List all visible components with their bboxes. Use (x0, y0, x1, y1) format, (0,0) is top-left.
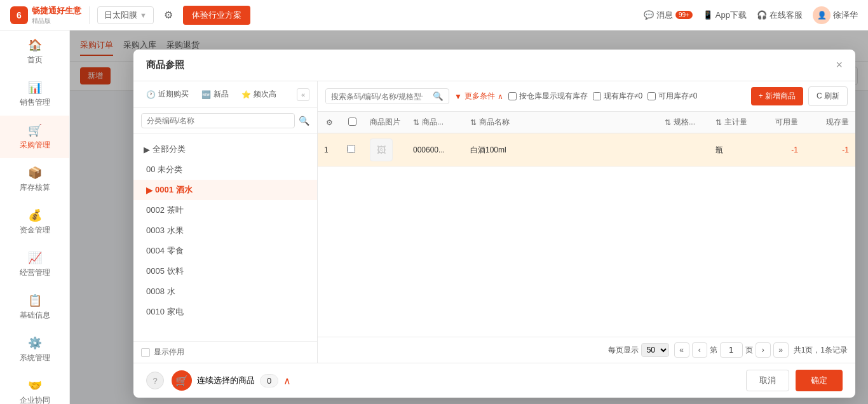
app-download-item[interactable]: 📱 App下载 (703, 10, 747, 21)
by-warehouse-label[interactable]: 按仓库显示现有库存 (508, 91, 588, 102)
nav-right: 💬 消息 99+ 📱 App下载 🎧 在线客服 👤 徐泽华 (644, 6, 858, 24)
sidebar-item-purchase[interactable]: 🛒 采购管理 (0, 116, 69, 158)
show-disabled-label[interactable]: 显示停用 (141, 347, 309, 358)
system-icon: ⚙️ (28, 336, 42, 350)
th-settings[interactable]: ⚙ (318, 112, 341, 133)
table-row[interactable]: 1 🖼 000600... 白酒100ml (318, 133, 855, 167)
recent-purchase-tab[interactable]: 🕐 近期购买 (141, 86, 194, 102)
filter-icon: ▼ (454, 92, 462, 101)
available-neq0-checkbox[interactable] (648, 92, 656, 100)
nav-selector[interactable]: 日太阳膜 ▼ (97, 6, 154, 24)
th-stock: 现存量 (804, 112, 855, 133)
prev-page-button[interactable]: ‹ (692, 342, 707, 358)
th-image: 商品图片 (363, 112, 407, 133)
next-page-button[interactable]: › (756, 342, 771, 358)
sidebar-item-finance[interactable]: 💰 资金管理 (0, 201, 69, 243)
cell-spec (658, 133, 709, 167)
th-unit[interactable]: ⇅ 主计量 (709, 112, 754, 133)
main-layout: 🏠 首页 📊 销售管理 🛒 采购管理 📦 库存核算 💰 资金管理 📈 经营管理 … (0, 30, 868, 404)
refresh-button[interactable]: C 刷新 (808, 86, 848, 106)
user-item[interactable]: 👤 徐泽华 (813, 6, 858, 24)
category-search-input[interactable] (141, 113, 295, 128)
th-available: 可用量 (754, 112, 804, 133)
sort-icon-spec: ⇅ (665, 118, 671, 127)
category-appliances[interactable]: 0010 家电 (133, 302, 317, 322)
cell-code: 000600... (407, 133, 464, 167)
enterprise-icon: 🤝 (28, 379, 42, 393)
category-alcohol[interactable]: ▶ 0001 酒水 (133, 180, 317, 200)
th-name[interactable]: ⇅ 商品名称 (464, 112, 658, 133)
recent-icon: 🕐 (146, 90, 156, 99)
experience-button[interactable]: 体验行业方案 (183, 6, 250, 25)
pagination: 每页显示 50 « ‹ 第 1 页 › » (318, 337, 855, 363)
category-all[interactable]: ▶ 全部分类 (133, 139, 317, 159)
category-drinks[interactable]: 0005 饮料 (133, 261, 317, 281)
purchase-icon: 🛒 (28, 123, 42, 137)
sidebar-item-enterprise[interactable]: 🤝 企业协同 (0, 371, 69, 404)
stock-neq0-label[interactable]: 现有库存≠0 (593, 91, 642, 102)
cell-stock: -1 (804, 133, 855, 167)
category-uncategorized[interactable]: 00 未分类 (133, 159, 317, 180)
category-tea[interactable]: 0002 茶叶 (133, 200, 317, 220)
cell-unit: 瓶 (709, 133, 754, 167)
frequent-tab[interactable]: ⭐ 频次高 (236, 86, 281, 102)
left-panel-tabs: 🕐 近期购买 🆕 新品 ⭐ 频次高 « (133, 81, 317, 108)
cell-checkbox[interactable] (341, 133, 363, 167)
available-neq0-label[interactable]: 可用库存≠0 (648, 91, 697, 102)
category-snacks[interactable]: 0004 零食 (133, 241, 317, 261)
by-warehouse-checkbox[interactable] (508, 92, 517, 100)
finance-icon: 💰 (28, 208, 42, 222)
headset-icon: 🎧 (757, 10, 767, 20)
expand-alcohol-arrow: ▶ (146, 185, 153, 195)
messages-item[interactable]: 💬 消息 99+ (644, 10, 693, 21)
new-product-button[interactable]: + 新增商品 (751, 87, 803, 105)
new-product-tab[interactable]: 🆕 新品 (196, 86, 234, 102)
select-all-checkbox[interactable] (348, 118, 356, 126)
first-page-button[interactable]: « (674, 342, 689, 358)
page-input[interactable]: 1 (720, 342, 743, 358)
sidebar-item-basic[interactable]: 📋 基础信息 (0, 286, 69, 328)
top-nav: 6 畅捷通好生意 精品版 日太阳膜 ▼ ⚙ 体验行业方案 💬 消息 99+ 📱 … (0, 0, 868, 30)
cancel-button[interactable]: 取消 (746, 370, 789, 391)
sidebar-item-home[interactable]: 🏠 首页 (0, 30, 69, 73)
th-spec[interactable]: ⇅ 规格... (658, 112, 709, 133)
product-search-bar: 🔍 (325, 88, 449, 104)
collapse-cart-button[interactable]: ∧ (283, 375, 291, 387)
category-fruit[interactable]: 0003 水果 (133, 220, 317, 241)
last-page-button[interactable]: » (773, 342, 789, 358)
left-panel: 🕐 近期购买 🆕 新品 ⭐ 频次高 « (133, 81, 318, 363)
logo-text: 畅捷通好生意 精品版 (32, 5, 81, 25)
online-service-item[interactable]: 🎧 在线客服 (757, 10, 803, 21)
more-filter-button[interactable]: ▼ 更多条件 ∧ (454, 91, 503, 102)
row-checkbox[interactable] (347, 145, 355, 153)
sidebar-item-business[interactable]: 📈 经营管理 (0, 243, 69, 286)
sidebar-item-system[interactable]: ⚙️ 系统管理 (0, 328, 69, 371)
gear-icon[interactable]: ⚙ (161, 6, 175, 24)
product-reference-modal: 商品参照 × 🕐 近期购买 🆕 新品 (133, 50, 855, 398)
sidebar-item-sales[interactable]: 📊 销售管理 (0, 73, 69, 116)
category-search-icon[interactable]: 🔍 (299, 116, 309, 126)
modal-footer: ? 🛒 连续选择的商品 0 ∧ 取消 确定 (133, 363, 855, 398)
modal-close-button[interactable]: × (836, 58, 843, 72)
stock-neq0-checkbox[interactable] (593, 92, 601, 100)
product-search-input[interactable] (326, 90, 428, 104)
right-panel: 🔍 ▼ 更多条件 ∧ 按仓库显示现有库存 (318, 81, 855, 363)
product-search-button[interactable]: 🔍 (428, 89, 449, 104)
table-header-row: ⚙ 商品图片 ⇅ (318, 112, 855, 133)
th-checkbox[interactable] (341, 112, 363, 133)
product-image: 🖼 (370, 138, 393, 161)
th-code[interactable]: ⇅ 商品... (407, 112, 464, 133)
show-disabled-checkbox[interactable] (141, 348, 150, 357)
logo-icon: 6 (10, 6, 28, 24)
toolbar: 🔍 ▼ 更多条件 ∧ 按仓库显示现有库存 (318, 81, 855, 112)
message-badge: 99+ (675, 11, 693, 19)
cart-icon-symbol: 🛒 (175, 375, 188, 387)
collapse-left-panel-button[interactable]: « (297, 88, 309, 101)
cart-icon[interactable]: 🛒 (172, 370, 192, 391)
sidebar-item-inventory[interactable]: 📦 库存核算 (0, 158, 69, 201)
confirm-button[interactable]: 确定 (796, 370, 843, 391)
per-page-select[interactable]: 50 (641, 343, 669, 357)
message-icon: 💬 (644, 10, 654, 20)
help-button[interactable]: ? (146, 372, 164, 389)
category-water[interactable]: 0008 水 (133, 281, 317, 302)
